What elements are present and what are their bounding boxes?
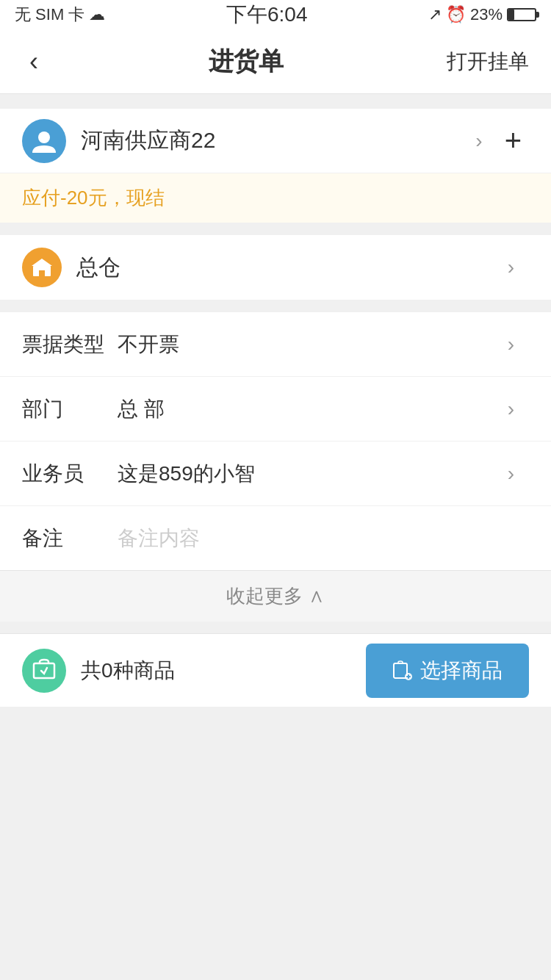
battery-icon [507, 8, 536, 21]
select-product-icon [392, 660, 413, 681]
top-divider [0, 94, 551, 109]
supplier-card: 河南供应商22 › + 应付-20元，现结 [0, 109, 551, 223]
svg-rect-3 [39, 270, 45, 276]
page-background [0, 707, 551, 942]
section-gap-2 [0, 300, 551, 311]
svg-point-0 [38, 131, 50, 143]
user-icon [31, 128, 57, 154]
collapse-label: 收起更多 ∧ [226, 583, 324, 609]
supplier-name: 河南供应商22 [81, 126, 475, 156]
nav-bar: ‹ 进货单 打开挂单 [0, 29, 551, 94]
sales-row[interactable]: 业务员 这是859的小智 › [0, 441, 551, 505]
section-gap-1 [0, 223, 551, 235]
dept-label: 部门 [22, 395, 118, 423]
dept-row[interactable]: 部门 总 部 › [0, 376, 551, 441]
chevron-right-icon: › [475, 129, 482, 153]
invoice-row[interactable]: 票据类型 不开票 › [0, 311, 551, 376]
sales-label: 业务员 [22, 460, 118, 488]
svg-rect-4 [34, 663, 54, 678]
supplier-row[interactable]: 河南供应商22 › + [0, 109, 551, 173]
note-placeholder: 备注内容 [118, 525, 529, 552]
cart-icon [31, 657, 57, 684]
add-button[interactable]: + [497, 124, 529, 157]
section-gap-3 [0, 621, 551, 633]
dept-value: 总 部 [118, 395, 508, 423]
open-pending-button[interactable]: 打开挂单 [447, 48, 529, 76]
select-product-label: 选择商品 [420, 657, 503, 685]
svg-marker-2 [32, 259, 52, 266]
form-card: 票据类型 不开票 › 部门 总 部 › 业务员 这是859的小智 › 备注 备注… [0, 311, 551, 621]
status-right: ↗ ⏰ 23% [428, 5, 536, 24]
status-left: 无 SIM 卡 ☁ [15, 4, 105, 26]
location-icon: ↗ [428, 5, 442, 24]
alarm-icon: ⏰ [446, 5, 466, 24]
note-row[interactable]: 备注 备注内容 [0, 505, 551, 570]
warehouse-icon [30, 256, 54, 279]
warehouse-card: 总仓 › [0, 235, 551, 300]
status-time: 下午6:04 [226, 1, 308, 29]
invoice-label: 票据类型 [22, 331, 118, 359]
page-title: 进货单 [209, 45, 284, 79]
bottom-bar: 共0种商品 选择商品 [0, 633, 551, 707]
dept-chevron-icon: › [508, 397, 514, 421]
warehouse-chevron-icon: › [508, 256, 514, 279]
select-product-button[interactable]: 选择商品 [366, 644, 529, 698]
warning-banner: 应付-20元，现结 [0, 173, 551, 223]
product-count-label: 共0种商品 [81, 657, 366, 685]
warehouse-row[interactable]: 总仓 › [0, 235, 551, 300]
status-bar: 无 SIM 卡 ☁ 下午6:04 ↗ ⏰ 23% [0, 0, 551, 29]
warehouse-label: 总仓 [76, 253, 508, 283]
sales-value: 这是859的小智 [118, 460, 508, 488]
collapse-button[interactable]: 收起更多 ∧ [0, 570, 551, 621]
warehouse-icon-wrap [22, 248, 62, 287]
invoice-chevron-icon: › [508, 333, 514, 356]
back-button[interactable]: ‹ [22, 39, 46, 84]
invoice-value: 不开票 [118, 331, 508, 359]
note-label: 备注 [22, 525, 118, 552]
sim-label: 无 SIM 卡 ☁ [15, 4, 105, 26]
battery-label: 23% [470, 5, 503, 24]
sales-chevron-icon: › [508, 462, 514, 486]
supplier-avatar [22, 119, 66, 163]
product-count-icon-wrap [22, 649, 66, 693]
